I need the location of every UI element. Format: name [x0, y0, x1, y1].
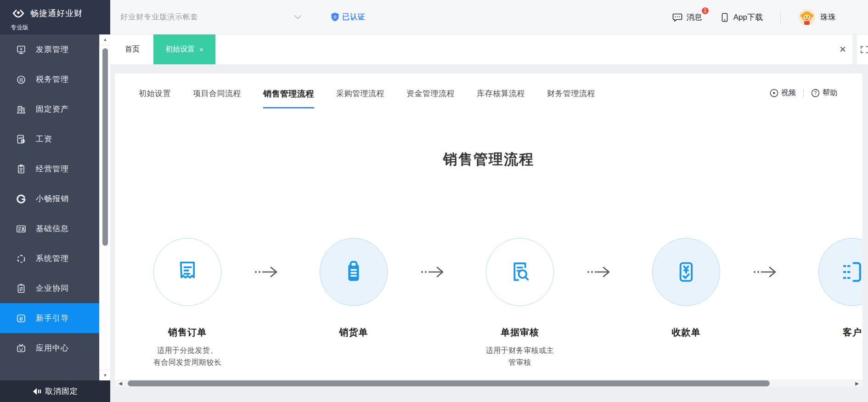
step-label: 销货单 — [339, 326, 368, 339]
tab-initial-setup[interactable]: 初始设置 × — [153, 34, 215, 64]
scroll-left-button[interactable]: ◀ — [116, 379, 125, 387]
sidebar-scrollbar: ▲ ▼ — [99, 34, 110, 380]
sidebar-item-label: 固定资产 — [36, 104, 69, 114]
fullscreen-button[interactable] — [857, 34, 868, 64]
verified-label: 已认证 — [342, 12, 366, 22]
customer-icon — [838, 258, 862, 286]
tab-close-icon[interactable]: × — [199, 45, 203, 53]
tab-funds-management-flow[interactable]: 资金管理流程 — [406, 88, 455, 108]
sidebar-item-newbie-guide[interactable]: 新 新手引导 — [0, 303, 99, 333]
invoice-icon: ¥ — [16, 44, 27, 55]
fullscreen-icon — [860, 45, 868, 54]
sidebar-menu: ¥ 发票管理 税 税务管理 固定资产 — [0, 34, 99, 363]
flow-tabs: 初始设置 项目合同流程 销售管理流程 采购管理流程 资金管理流程 库存核算流程 … — [115, 74, 862, 108]
sidebar-item-tax[interactable]: 税 税务管理 — [0, 64, 99, 94]
fixed-asset-icon — [16, 104, 27, 115]
tabbar-gap — [852, 34, 857, 64]
step-circle — [153, 238, 221, 306]
account-book-selector[interactable]: 好业财专业版演示帐套 — [120, 12, 302, 22]
horizontal-scrollbar-thumb[interactable] — [128, 380, 770, 386]
step-circle — [320, 238, 388, 306]
delivery-note-clipboard-icon — [339, 258, 368, 286]
system-icon — [16, 253, 27, 264]
tab-project-contract-flow[interactable]: 项目合同流程 — [193, 88, 241, 108]
flow-step-customer[interactable]: 客户 — [783, 238, 862, 345]
sidebar-scrollbar-thumb[interactable] — [102, 48, 108, 246]
sales-order-receipt-icon — [173, 258, 202, 286]
step-circle — [818, 238, 862, 306]
help-label: 帮助 — [823, 88, 837, 98]
tab-initial-settings[interactable]: 初始设置 — [139, 88, 171, 108]
salary-icon — [16, 134, 27, 145]
flow-arrow-icon — [254, 266, 287, 278]
tab-purchase-management-flow[interactable]: 采购管理流程 — [336, 88, 384, 108]
flow-tab-actions: 视频 ? 帮助 — [770, 88, 837, 98]
phone-icon — [720, 12, 730, 23]
sidebar-item-invoice[interactable]: ¥ 发票管理 — [0, 34, 99, 64]
sidebar-item-label: 新手引导 — [36, 313, 69, 323]
sidebar-item-label: 基础信息 — [36, 223, 69, 234]
content-background: 初始设置 项目合同流程 销售管理流程 采购管理流程 资金管理流程 库存核算流程 … — [110, 65, 868, 402]
scroll-right-button[interactable]: ▶ — [852, 379, 862, 387]
tab-sales-management-flow[interactable]: 销售管理流程 — [263, 88, 314, 108]
sidebar: 畅捷通好业财 专业版 ¥ 发票管理 税 税务管理 — [0, 0, 110, 402]
sidebar-item-collaboration[interactable]: 企业协同 — [0, 273, 99, 303]
sidebar-item-basic-info[interactable]: 基础信息 — [0, 214, 99, 243]
expense-icon — [16, 193, 27, 204]
verified-badge[interactable]: 企 已认证 — [330, 12, 366, 22]
logo-area: 畅捷通好业财 专业版 — [0, 0, 110, 34]
sidebar-item-label: 税务管理 — [36, 74, 69, 85]
sidebar-item-app-center[interactable]: 应用中心 — [0, 333, 99, 363]
page-tabbar: 首页 初始设置 × ✕ — [110, 34, 868, 64]
video-label: 视频 — [781, 88, 796, 98]
app-download-button[interactable]: App下载 — [720, 12, 763, 23]
sidebar-item-operation[interactable]: 经营管理 — [0, 154, 99, 184]
user-menu[interactable]: 珠珠 — [798, 9, 836, 26]
close-button[interactable]: ✕ — [833, 34, 852, 64]
flow-step-delivery-note[interactable]: 销货单 — [285, 238, 423, 345]
flow-diagram: 销售订单 适用于分批发货、 有合同发货周期较长 — [115, 234, 862, 386]
video-button[interactable]: 视频 — [770, 88, 796, 98]
sidebar-item-fixed-assets[interactable]: 固定资产 — [0, 94, 99, 124]
collaboration-icon — [16, 283, 27, 294]
svg-text:¥: ¥ — [19, 47, 23, 51]
sidebar-item-label: 应用中心 — [36, 343, 69, 353]
tax-icon: 税 — [16, 74, 27, 85]
sidebar-item-salary[interactable]: 工资 — [0, 124, 99, 154]
edition-label: 专业版 — [11, 23, 110, 32]
flow-step-sales-order[interactable]: 销售订单 适用于分批发货、 有合同发货周期较长 — [118, 238, 256, 369]
sidebar-item-label: 经营管理 — [36, 164, 69, 174]
step-circle — [486, 238, 554, 306]
step-label: 单据审核 — [501, 326, 539, 339]
sidebar-item-expense[interactable]: 小畅报销 — [0, 184, 99, 214]
step-label: 销售订单 — [168, 326, 207, 339]
tab-finance-management-flow[interactable]: 财务管理流程 — [547, 88, 595, 108]
actions-divider — [803, 89, 804, 97]
scroll-down-button[interactable]: ▼ — [100, 370, 111, 380]
brand-logo-icon — [11, 6, 26, 21]
unpin-sidebar-button[interactable]: 取消固定 — [0, 380, 110, 402]
scroll-up-button[interactable]: ▲ — [100, 34, 111, 45]
tab-home[interactable]: 首页 — [110, 34, 153, 64]
flow-step-receipt[interactable]: 收款单 — [617, 238, 755, 345]
app-center-icon — [16, 343, 27, 354]
flow-arrow-icon — [421, 266, 454, 278]
message-bubble-icon — [672, 12, 683, 23]
sidebar-item-label: 发票管理 — [36, 44, 69, 55]
collapse-left-icon — [32, 387, 42, 396]
step-description: 适用于财务审核或主 管审核 — [486, 345, 554, 369]
sidebar-item-label: 小畅报销 — [36, 193, 69, 204]
svg-text:?: ? — [814, 91, 817, 96]
messages-button[interactable]: 消息 1 — [672, 12, 702, 23]
step-label: 客户 — [843, 326, 862, 339]
help-button[interactable]: ? 帮助 — [811, 88, 837, 98]
tab-label: 初始设置 — [165, 45, 195, 54]
account-book-name: 好业财专业版演示帐套 — [120, 12, 294, 22]
newbie-guide-icon: 新 — [16, 313, 27, 324]
tab-inventory-accounting-flow[interactable]: 库存核算流程 — [477, 88, 525, 108]
question-circle-icon: ? — [811, 89, 820, 97]
flow-step-document-review[interactable]: 单据审核 适用于财务审核或主 管审核 — [451, 238, 589, 369]
flow-arrow-icon — [587, 266, 620, 278]
receipt-payment-icon — [672, 258, 700, 286]
sidebar-item-system[interactable]: 系统管理 — [0, 243, 99, 273]
